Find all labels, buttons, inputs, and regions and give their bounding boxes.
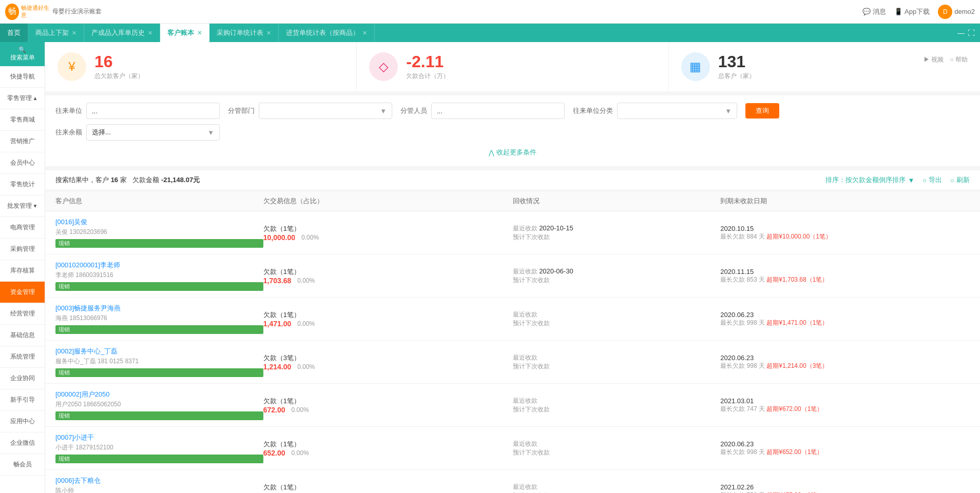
- sidebar-item-new-guide[interactable]: 新手引导: [0, 389, 45, 411]
- sidebar-item-app-center-label: 应用中心: [10, 417, 35, 426]
- sidebar-item-purchase[interactable]: 采购管理: [0, 239, 45, 260]
- debt-amount: 672.00: [263, 406, 285, 414]
- sidebar-search[interactable]: 🔍 搜索菜单: [0, 42, 45, 66]
- data-table-container: 客户信息 欠交易信息（占比） 回收情况 到期未收款日期 [0016]吴俊 吴俊 …: [45, 191, 980, 493]
- minimize-icon[interactable]: —: [957, 29, 965, 37]
- sidebar-item-enterprise-coop[interactable]: 企业协同: [0, 368, 45, 389]
- debt-info-row: 1,703.68 0.00%: [263, 277, 513, 285]
- customer-tag: 现销: [55, 411, 263, 420]
- sidebar-item-sys[interactable]: 系统管理: [0, 346, 45, 368]
- close-icon[interactable]: ✕: [72, 30, 76, 36]
- cell-due-date: 2020.06.23 最长欠款 998 天 超期¥652.00（1笔）: [720, 433, 970, 463]
- customer-name-link[interactable]: [000002]用户2050: [55, 390, 263, 399]
- sidebar-item-finance[interactable]: 资金管理: [0, 282, 45, 303]
- video-help-btn[interactable]: ▶ 视频: [924, 55, 944, 64]
- system-name: 母婴行业演示账套: [52, 7, 102, 16]
- customer-name-link[interactable]: [00010200001]李老师: [55, 261, 263, 270]
- customer-name-link[interactable]: [0016]吴俊: [55, 218, 263, 227]
- close-icon[interactable]: ✕: [362, 30, 367, 36]
- table-row: [000002]用户2050 用户2050 18665062050 现销 欠款（…: [45, 384, 980, 427]
- debt-percent: 0.00%: [301, 234, 319, 241]
- debt-count: 欠款（1笔）: [263, 440, 513, 449]
- tab-purchase-order[interactable]: 采购订单统计表 ✕: [209, 24, 279, 42]
- sidebar-item-inventory[interactable]: 库存核算: [0, 260, 45, 282]
- overdue-amount-link[interactable]: 超期¥652.00（1笔）: [766, 448, 823, 456]
- overdue-amount-link[interactable]: 超期¥455.90（1笔）: [766, 491, 823, 494]
- overdue-amount-link[interactable]: 超期¥1,471.00（1笔）: [766, 319, 828, 326]
- help-btn[interactable]: ○ 帮助: [950, 55, 968, 64]
- overdue-days: 最长欠款 747 天: [720, 405, 766, 412]
- sidebar-item-retail-mall[interactable]: 零售商城: [0, 109, 45, 131]
- total-customers-info: 131 总客户（家）: [718, 53, 755, 81]
- customer-name-link[interactable]: [0006]去下粮仓: [55, 476, 263, 485]
- customer-contact: 吴俊 13026203696: [55, 228, 263, 236]
- source-unit-input[interactable]: ...: [86, 103, 220, 119]
- app-download-action[interactable]: 📱 App下载: [894, 7, 930, 16]
- user-menu[interactable]: D demo2: [938, 5, 975, 19]
- export-button[interactable]: ○ 导出: [923, 175, 942, 185]
- tab-product-history[interactable]: 产成品入库单历史 ✕: [84, 24, 160, 42]
- balance-placeholder: 选择...: [92, 128, 111, 137]
- export-label: 导出: [929, 175, 942, 185]
- tab-purchase-stats[interactable]: 进货单统计表（按商品） ✕: [279, 24, 375, 42]
- table-row: [00010200001]李老师 李老师 18600391516 现销 欠款（1…: [45, 254, 980, 298]
- customer-contact: 用户2050 18665062050: [55, 400, 263, 409]
- customer-name-link[interactable]: [0002]服务中心_丁磊: [55, 347, 263, 356]
- sidebar-item-member[interactable]: 会员中心: [0, 152, 45, 174]
- dept-select[interactable]: ▼: [259, 103, 392, 119]
- maximize-icon[interactable]: ⛶: [968, 29, 975, 37]
- next-pay-row: 预计下次收款: [513, 276, 721, 285]
- sidebar-item-marketing[interactable]: 营销推广: [0, 131, 45, 152]
- tab-product-shelf[interactable]: 商品上下架 ✕: [28, 24, 84, 42]
- tab-customer-account[interactable]: 客户账本 ✕: [160, 24, 209, 42]
- overdue-amount-link[interactable]: 超期¥1,703.68（1笔）: [766, 276, 828, 283]
- overdue-amount-link[interactable]: 超期¥1,214.00（3笔）: [766, 362, 828, 369]
- message-action[interactable]: 💬 消息: [862, 7, 886, 16]
- close-icon[interactable]: ✕: [266, 30, 271, 36]
- sidebar-item-basic-info[interactable]: 基础信息: [0, 325, 45, 346]
- close-icon[interactable]: ✕: [148, 30, 152, 36]
- manager-input[interactable]: ...: [431, 103, 565, 119]
- sidebar-item-app-center[interactable]: 应用中心: [0, 411, 45, 432]
- table-row: [0007]小进干 小进干 18279152100 现销 欠款（1笔） 652.…: [45, 427, 980, 470]
- search-button[interactable]: 查询: [745, 103, 779, 119]
- sidebar-item-inventory-label: 库存核算: [10, 266, 35, 275]
- tab-home[interactable]: 首页: [0, 24, 28, 42]
- cell-customer: [0002]服务中心_丁磊 服务中心_丁磊 181 0125 8371 现销: [55, 347, 263, 377]
- summary-card-total-customers: ▦ 131 总客户（家） ▶ 视频 ○ 帮助: [669, 42, 980, 91]
- sidebar-item-ops[interactable]: 经营管理: [0, 303, 45, 325]
- filter-source-unit: 往来单位 ...: [55, 103, 220, 119]
- debt-count: 欠款（1笔）: [263, 310, 513, 320]
- close-icon[interactable]: ✕: [197, 30, 202, 36]
- overdue-days: 最长欠款 998 天: [720, 362, 766, 369]
- overdue-amount-link[interactable]: 超期¥672.00（1笔）: [766, 405, 823, 412]
- last-pay-row: 最近收款 2020-10-15: [513, 224, 721, 233]
- sidebar-item-retail-stats[interactable]: 零售统计: [0, 174, 45, 195]
- last-pay-row: 最近收款: [513, 353, 721, 362]
- sidebar-item-retail-mgmt[interactable]: 零售管理 ▲: [0, 88, 45, 109]
- sidebar-item-pro-member[interactable]: 畅会员: [0, 454, 45, 476]
- last-pay-row: 最近收款: [513, 440, 721, 448]
- cell-customer: [0006]去下粮仓 陈小帅 现销: [55, 476, 263, 493]
- next-pay-row: 预计下次收款: [513, 405, 721, 414]
- next-pay-row: 预计下次收款: [513, 233, 721, 242]
- debt-info-row: 652.00 0.00%: [263, 449, 513, 457]
- collapse-btn[interactable]: ⋀ 收起更多条件: [55, 146, 970, 159]
- customer-name-link[interactable]: [0007]小进干: [55, 433, 263, 442]
- overdue-days: 最长欠款 750 天: [720, 491, 766, 494]
- source-unit-dots: ...: [92, 107, 98, 115]
- sidebar-item-ecommerce[interactable]: 电商管理: [0, 217, 45, 239]
- overdue-days: 最长欠款 884 天: [720, 233, 766, 240]
- sidebar-item-quick-nav[interactable]: 快捷导航: [0, 66, 45, 88]
- sort-button[interactable]: 排序：按欠款金额倒序排序 ▼: [825, 175, 914, 185]
- debt-total-icon: ◇: [369, 52, 398, 81]
- sidebar-item-enterprise-wechat[interactable]: 企业微信: [0, 432, 45, 454]
- debt-amount: 1,471.00: [263, 320, 292, 328]
- unit-category-select[interactable]: ▼: [617, 103, 737, 119]
- debt-count: 欠款（1笔）: [263, 397, 513, 406]
- customer-name-link[interactable]: [0003]畅捷服务尹海燕: [55, 304, 263, 313]
- overdue-amount-link[interactable]: 超期¥10,000.00（1笔）: [766, 233, 832, 240]
- refresh-button[interactable]: ○ 刷新: [950, 175, 970, 185]
- balance-select[interactable]: 选择... ▼: [86, 124, 220, 141]
- sidebar-item-wholesale[interactable]: 批发管理 ▼: [0, 195, 45, 217]
